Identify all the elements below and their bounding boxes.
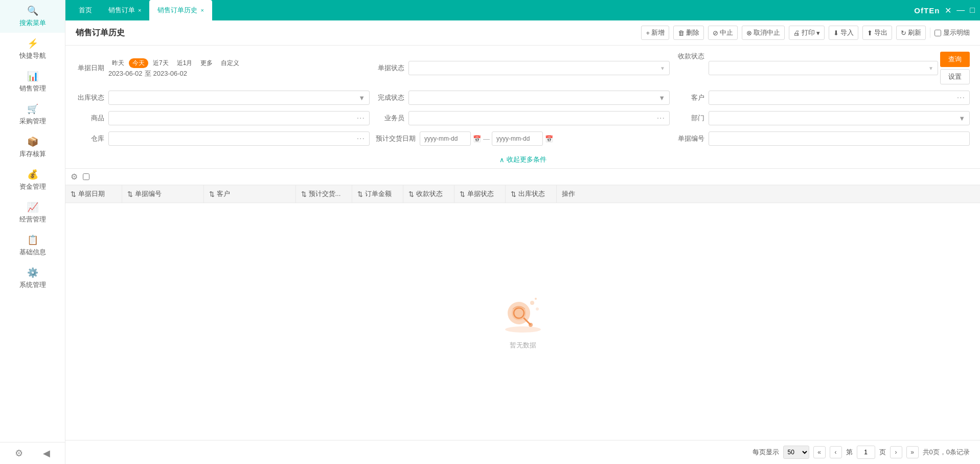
stop-button[interactable]: ⊘ 中止 bbox=[708, 26, 738, 40]
goods-more-icon[interactable]: ··· bbox=[357, 114, 365, 123]
display-detail-checkbox[interactable] bbox=[935, 30, 941, 36]
table-settings-icon[interactable]: ⚙ bbox=[71, 172, 78, 182]
complete-status-arrow-icon: ▼ bbox=[658, 94, 665, 102]
filter-cell-ship-status: 出库状态 ▼ bbox=[76, 91, 370, 105]
tab-home[interactable]: 首页 bbox=[71, 0, 100, 20]
ship-status-label: 出库状态 bbox=[76, 93, 104, 102]
warehouse-input[interactable]: ··· bbox=[108, 131, 370, 146]
payment-status-select[interactable]: ▼ bbox=[709, 61, 938, 75]
tab-sales-order-history[interactable]: 销售订单历史 × bbox=[149, 0, 212, 20]
svg-point-0 bbox=[505, 326, 541, 333]
page-number-input[interactable] bbox=[857, 446, 875, 459]
col-delivery-sort-icon[interactable]: ⇅ bbox=[301, 190, 307, 198]
cancel-stop-button[interactable]: ⊗ 取消中止 bbox=[742, 26, 785, 40]
sidebar-item-basic-info[interactable]: 📋 基础信息 bbox=[0, 229, 65, 262]
date-tag-today[interactable]: 今天 bbox=[129, 58, 148, 68]
sidebar-item-search-menu[interactable]: 🔍 搜索菜单 bbox=[0, 0, 65, 33]
filter-row-3: 商品 ··· 业务员 ··· 部门 bbox=[76, 111, 970, 125]
delivery-label: 预计交货日期 bbox=[376, 134, 416, 143]
sidebar-item-inventory-calc[interactable]: 📦 库存核算 bbox=[0, 131, 65, 164]
first-page-button[interactable]: « bbox=[813, 446, 826, 458]
toolbar-divider bbox=[930, 28, 930, 38]
add-icon: + bbox=[646, 29, 650, 37]
goods-input[interactable]: ··· bbox=[108, 111, 370, 125]
topbar-close-icon[interactable]: ✕ bbox=[945, 6, 951, 15]
import-button[interactable]: ⬇ 导入 bbox=[829, 26, 858, 40]
salesman-more-icon[interactable]: ··· bbox=[657, 114, 665, 123]
salesman-input[interactable]: ··· bbox=[408, 111, 670, 125]
col-doc-status: ⇅ 单据状态 bbox=[454, 185, 505, 203]
filter-cell-goods: 商品 ··· bbox=[76, 111, 370, 125]
svg-point-5 bbox=[529, 323, 533, 327]
col-customer-sort-icon[interactable]: ⇅ bbox=[209, 190, 215, 198]
filter-section: 单据日期 昨天 今天 近7天 近1月 更多 自定义 2023-06-02 至 bbox=[65, 46, 980, 169]
tab-sales-order[interactable]: 销售订单 × bbox=[100, 0, 149, 20]
col-amount: ⇅ 订单金额 bbox=[352, 185, 403, 203]
doc-status-arrow-icon: ▼ bbox=[660, 65, 665, 71]
col-action-label: 操作 bbox=[562, 190, 575, 197]
prev-page-button[interactable]: ‹ bbox=[830, 446, 842, 458]
topbar-maximize-icon[interactable]: □ bbox=[970, 6, 975, 15]
sidebar-settings-icon[interactable]: ⚙ bbox=[15, 448, 23, 459]
doc-status-select[interactable]: ▼ bbox=[408, 61, 670, 75]
doc-status-label: 单据状态 bbox=[376, 63, 404, 73]
col-doc-status-label: 单据状态 bbox=[467, 189, 494, 198]
set-button[interactable]: 设置 bbox=[940, 69, 970, 84]
col-customer-label: 客户 bbox=[217, 189, 230, 198]
col-amount-sort-icon[interactable]: ⇅ bbox=[357, 190, 363, 198]
col-doc-status-sort-icon[interactable]: ⇅ bbox=[460, 190, 465, 198]
next-page-button[interactable]: › bbox=[890, 446, 902, 458]
sidebar-item-operations-mgmt[interactable]: 📈 经营管理 bbox=[0, 196, 65, 229]
goods-label: 商品 bbox=[76, 114, 104, 123]
date-tag-yesterday[interactable]: 昨天 bbox=[108, 58, 128, 68]
date-tag-last1m[interactable]: 近1月 bbox=[173, 58, 196, 68]
page-size-select[interactable]: 50 10 20 100 bbox=[783, 446, 809, 459]
col-payment-status-sort-icon[interactable]: ⇅ bbox=[408, 190, 414, 198]
sidebar-item-fund-mgmt[interactable]: 💰 资金管理 bbox=[0, 164, 65, 196]
calendar-from-icon[interactable]: 📅 bbox=[473, 135, 481, 143]
date-tag-last7[interactable]: 近7天 bbox=[149, 58, 172, 68]
delete-button[interactable]: 🗑 删除 bbox=[673, 26, 704, 40]
complete-status-select[interactable]: ▼ bbox=[408, 91, 670, 105]
calendar-to-icon[interactable]: 📅 bbox=[545, 135, 553, 143]
sidebar-collapse-icon[interactable]: ◀ bbox=[43, 448, 50, 459]
date-tag-more[interactable]: 更多 bbox=[197, 58, 216, 68]
date-range-to: 2023-06-02 bbox=[153, 70, 188, 77]
table-toolbar: ⚙ bbox=[65, 169, 980, 185]
customer-input[interactable]: ··· bbox=[709, 91, 970, 105]
order-no-input[interactable] bbox=[709, 131, 970, 146]
tab-sales-order-close[interactable]: × bbox=[138, 7, 141, 13]
warehouse-more-icon[interactable]: ··· bbox=[357, 134, 365, 143]
empty-area: 暂无数据 bbox=[65, 203, 980, 440]
delivery-date-to[interactable] bbox=[492, 131, 543, 146]
export-button[interactable]: ⬆ 导出 bbox=[862, 26, 892, 40]
svg-point-7 bbox=[536, 307, 539, 311]
select-all-checkbox[interactable] bbox=[83, 173, 89, 180]
date-tag-custom[interactable]: 自定义 bbox=[217, 58, 243, 68]
sidebar-item-quick-nav[interactable]: ⚡ 快捷导航 bbox=[0, 33, 65, 65]
brand-label: OfTEn bbox=[914, 6, 940, 15]
delivery-date-from[interactable] bbox=[420, 131, 471, 146]
payment-status-arrow-icon: ▼ bbox=[928, 65, 933, 71]
col-no-sort-icon[interactable]: ⇅ bbox=[127, 190, 133, 198]
tab-home-label: 首页 bbox=[79, 6, 92, 15]
dept-select[interactable]: ▼ bbox=[709, 111, 970, 125]
refresh-button[interactable]: ↻ 刷新 bbox=[896, 26, 926, 40]
col-delivery: ⇅ 预计交货... bbox=[295, 185, 352, 203]
ship-status-select[interactable]: ▼ bbox=[108, 91, 370, 105]
topbar-minimize-icon[interactable]: — bbox=[956, 6, 965, 15]
sidebar-item-system-mgmt[interactable]: ⚙️ 系统管理 bbox=[0, 262, 65, 295]
customer-more-icon[interactable]: ··· bbox=[957, 93, 965, 102]
query-button[interactable]: 查询 bbox=[940, 52, 970, 67]
col-date-sort-icon[interactable]: ⇅ bbox=[71, 190, 76, 198]
add-button[interactable]: + 新增 bbox=[641, 26, 669, 40]
print-button[interactable]: 🖨 打印 ▾ bbox=[789, 26, 825, 40]
last-page-button[interactable]: » bbox=[906, 446, 919, 458]
col-ship-status-sort-icon[interactable]: ⇅ bbox=[511, 190, 516, 198]
collapse-row[interactable]: ∧ 收起更多条件 bbox=[76, 152, 970, 168]
payment-status-label: 收款状态 bbox=[676, 52, 704, 61]
sidebar-item-sales-mgmt[interactable]: 📊 销售管理 bbox=[0, 65, 65, 98]
sidebar-item-purchase-mgmt[interactable]: 🛒 采购管理 bbox=[0, 98, 65, 131]
print-icon: 🖨 bbox=[793, 29, 800, 37]
tab-sales-order-history-close[interactable]: × bbox=[200, 7, 203, 13]
